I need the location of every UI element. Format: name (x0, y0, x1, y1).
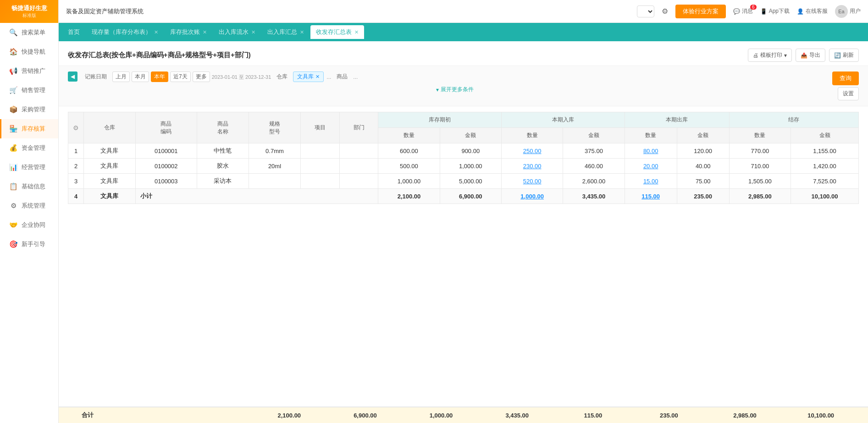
export-button[interactable]: 📤 导出 (796, 49, 825, 62)
tab-close-batch-ledger[interactable]: ✕ (203, 29, 207, 35)
sidebar-label-quick-nav: 快捷导航 (22, 48, 45, 56)
sidebar-item-sales[interactable]: 🛒销售管理 (0, 81, 58, 100)
date-range: 2023-01-01 至 2023-12-31 (212, 74, 271, 81)
tab-home[interactable]: 首页 (62, 25, 85, 39)
subtotal-out-amt: 235.00 (677, 189, 729, 204)
sidebar-item-capital[interactable]: 💰资金管理 (0, 138, 58, 158)
subtotal-opening-amt: 6,900.00 (440, 189, 501, 204)
tab-label-summary: 出入库汇总 (267, 28, 297, 36)
chevron-down-icon: ▾ (784, 52, 787, 59)
sidebar-label-inventory: 库存核算 (22, 125, 45, 133)
cell-product-name: 中性笔 (197, 143, 249, 159)
sidebar-item-basic-info[interactable]: 📋基础信息 (0, 177, 58, 196)
sidebar-item-enterprise[interactable]: 🤝企业协同 (0, 215, 58, 235)
sidebar-icon-sales: 🛒 (9, 86, 18, 94)
sidebar-item-purchase[interactable]: 📦采购管理 (0, 100, 58, 119)
tab-batch-ledger[interactable]: 库存批次账✕ (165, 25, 212, 39)
cell-in-qty[interactable]: 520.00 (501, 174, 563, 189)
topbar-settings-icon[interactable]: ⚙ (662, 7, 668, 16)
th-out-group: 本期出库 (625, 112, 729, 128)
product-more[interactable]: ... (353, 74, 358, 80)
page-header: 收发存汇总表(按仓库+商品编码+商品+规格型号+项目+部门) 🖨 模板打印 ▾ … (59, 41, 868, 66)
messages-button[interactable]: 💬 消息 6 (733, 7, 753, 15)
subtotal-out-qty[interactable]: 115.00 (625, 189, 677, 204)
system-selector[interactable] (637, 5, 654, 17)
footer-opening-amt: 6,900.00 (327, 412, 404, 419)
cell-opening-amt: 1,000.00 (440, 159, 501, 174)
cell-out-qty[interactable]: 80.00 (625, 143, 677, 159)
date-more-btn[interactable]: 更多 (193, 71, 210, 82)
cell-in-amt: 460.00 (563, 159, 625, 174)
sidebar-icon-purchase: 📦 (9, 105, 18, 114)
cell-product-name: 采访本 (197, 174, 249, 189)
warehouse-filter-tags: 文具库 ✕ ... (293, 71, 331, 82)
cell-department (339, 174, 378, 189)
user-menu[interactable]: Ea 用户 (835, 5, 861, 18)
sidebar-icon-guide: 🎯 (9, 240, 18, 248)
tab-summary[interactable]: 出入库汇总✕ (262, 25, 310, 39)
print-icon: 🖨 (753, 52, 758, 59)
sidebar-icon-operations: 📊 (9, 163, 18, 171)
sidebar-item-search[interactable]: 🔍搜索菜单 (0, 23, 58, 42)
tab-flow[interactable]: 出入库流水✕ (213, 25, 261, 39)
cell-opening-amt: 5,000.00 (440, 174, 501, 189)
date-this-month-btn[interactable]: 本月 (132, 71, 149, 82)
tab-close-inventory-dist[interactable]: ✕ (154, 29, 158, 35)
settings-filter-button[interactable]: 设置 (838, 87, 859, 100)
cell-opening-qty: 600.00 (378, 143, 440, 159)
tab-close-summary[interactable]: ✕ (300, 29, 304, 35)
sidebar-item-operations[interactable]: 📊经营管理 (0, 158, 58, 177)
cell-out-qty[interactable]: 15.00 (625, 174, 677, 189)
subtotal-label: 小计 (135, 189, 378, 204)
subtotal-opening-qty: 2,100.00 (378, 189, 440, 204)
sidebar-icon-marketing: 📢 (9, 67, 18, 75)
subtotal-in-qty[interactable]: 1,000.00 (501, 189, 563, 204)
tab-close-flow[interactable]: ✕ (251, 29, 255, 35)
cell-out-qty[interactable]: 20.00 (625, 159, 677, 174)
column-settings-icon[interactable]: ⚙ (73, 124, 79, 132)
tab-inventory-dist[interactable]: 现存量（库存分布表）✕ (86, 25, 164, 39)
tab-label-home: 首页 (68, 28, 80, 36)
th-closing-amt: 金额 (791, 128, 859, 143)
sidebar-label-sales: 销售管理 (22, 86, 45, 94)
th-col-settings[interactable]: ⚙ (68, 112, 84, 143)
topbar-right: 💬 消息 6 📱 App下载 👤 在线客服 Ea 用户 (733, 5, 861, 18)
tab-close-recv-summary[interactable]: ✕ (354, 29, 359, 35)
user-label: 用户 (850, 7, 861, 15)
cell-warehouse: 文具库 (84, 174, 136, 189)
app-download-label: App下载 (769, 7, 790, 15)
app-download-button[interactable]: 📱 App下载 (760, 7, 790, 15)
date-7days-btn[interactable]: 近7天 (170, 71, 191, 82)
trial-button[interactable]: 体验行业方案 (675, 5, 726, 18)
warehouse-tag[interactable]: 文具库 ✕ (293, 71, 324, 82)
sidebar-item-guide[interactable]: 🎯新手引导 (0, 235, 58, 254)
cell-in-qty[interactable]: 250.00 (501, 143, 563, 159)
subtotal-row: 4 文具库 小计 2,100.00 6,900.00 1,000.00 3,43… (68, 189, 859, 204)
query-button[interactable]: 查询 (832, 71, 859, 85)
sidebar-item-quick-nav[interactable]: 🏠快捷导航 (0, 42, 58, 61)
th-opening-amt: 金额 (440, 128, 501, 143)
cell-in-qty[interactable]: 230.00 (501, 159, 563, 174)
refresh-button[interactable]: 🔄 刷新 (829, 49, 859, 62)
th-out-qty: 数量 (625, 128, 677, 143)
footer-out-qty: 115.00 (555, 412, 631, 419)
warehouse-tag-close-icon[interactable]: ✕ (315, 74, 320, 80)
tab-label-flow: 出入库流水 (219, 28, 249, 36)
app-version: 标准版 (11, 12, 47, 19)
content-area: 收发存汇总表(按仓库+商品编码+商品+规格型号+项目+部门) 🖨 模板打印 ▾ … (59, 41, 868, 423)
th-opening-group: 库存期初 (378, 112, 502, 128)
date-this-year-btn[interactable]: 本年 (151, 71, 168, 82)
online-service-button[interactable]: 👤 在线客服 (797, 7, 828, 15)
warehouse-more[interactable]: ... (326, 74, 331, 80)
sidebar-item-inventory[interactable]: 🏪库存核算 (0, 119, 58, 138)
refresh-icon: 🔄 (834, 52, 841, 59)
tab-recv-summary[interactable]: 收发存汇总表✕ (310, 25, 364, 39)
th-in-amt: 金额 (563, 128, 625, 143)
filter-toggle-button[interactable]: ◀ (68, 71, 77, 82)
sidebar-item-system[interactable]: ⚙系统管理 (0, 196, 58, 215)
cell-out-amt: 120.00 (677, 143, 729, 159)
print-button[interactable]: 🖨 模板打印 ▾ (748, 49, 792, 62)
date-last-month-btn[interactable]: 上月 (112, 71, 130, 82)
expand-filter-button[interactable]: ▾ 展开更多条件 (436, 86, 474, 93)
sidebar-item-marketing[interactable]: 📢营销推广 (0, 61, 58, 81)
